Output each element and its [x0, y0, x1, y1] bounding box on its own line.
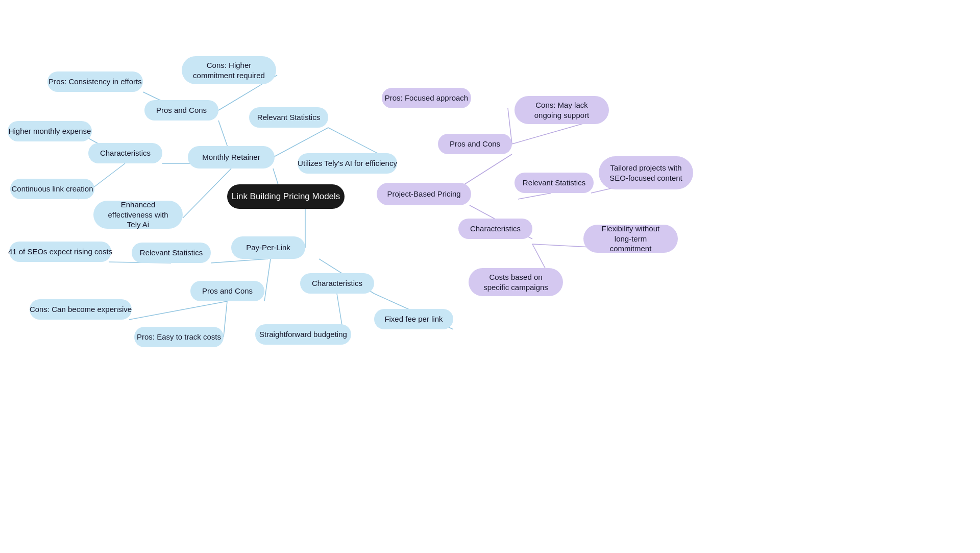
svg-line-11 [264, 259, 271, 301]
ppl-fixed-fee-node[interactable]: Fixed fee per link [374, 309, 453, 329]
pb-pros-cons-node[interactable]: Pros and Cons [438, 134, 512, 154]
mr-continuous-node[interactable]: Continuous link creation [10, 179, 94, 199]
pb-relevant-stats-node[interactable]: Relevant Statistics [514, 173, 594, 193]
ppl-characteristics-node[interactable]: Characteristics [300, 273, 374, 294]
mr-relevant-stats-node[interactable]: Relevant Statistics [249, 107, 328, 128]
svg-line-13 [211, 259, 268, 263]
ppl-pros-cons-node[interactable]: Pros and Cons [190, 281, 264, 301]
project-based-node[interactable]: Project-Based Pricing [377, 183, 471, 205]
svg-line-22 [518, 193, 551, 199]
ppl-41-seos-node[interactable]: 41 of SEOs expect rising costs [9, 242, 111, 262]
pb-tailored-node[interactable]: Tailored projects with SEO-focused conte… [599, 156, 693, 189]
monthly-retainer-node[interactable]: Monthly Retainer [188, 146, 275, 169]
svg-line-16 [224, 301, 227, 337]
mr-pros-consistency-node[interactable]: Pros: Consistency in efforts [47, 71, 143, 92]
mr-characteristics-node[interactable]: Characteristics [88, 143, 162, 163]
mr-higher-monthly-node[interactable]: Higher monthly expense [8, 121, 92, 141]
pb-pros-focused-node[interactable]: Pros: Focused approach [382, 88, 471, 108]
mr-utilizes-node[interactable]: Utilizes Tely's AI for efficiency [298, 153, 397, 174]
pb-flexibility-node[interactable]: Flexibility without long-term commitment [583, 225, 678, 253]
pb-cons-support-node[interactable]: Cons: May lack ongoing support [514, 96, 609, 124]
mr-enhanced-node[interactable]: Enhanced effectiveness with Tely Ai [93, 201, 183, 229]
center-node[interactable]: Link Building Pricing Models [227, 184, 345, 209]
ppl-relevant-stats-node[interactable]: Relevant Statistics [132, 243, 211, 263]
pb-costs-campaigns-node[interactable]: Costs based on specific campaigns [469, 268, 563, 296]
svg-line-9 [183, 169, 231, 218]
mr-cons-higher-node[interactable]: Cons: Higher commitment required [182, 56, 276, 84]
mr-pros-cons-node[interactable]: Pros and Cons [144, 100, 218, 121]
ppl-cons-expensive-node[interactable]: Cons: Can become expensive [30, 299, 132, 320]
pay-per-link-node[interactable]: Pay-Per-Link [231, 236, 305, 259]
ppl-pros-easy-node[interactable]: Pros: Easy to track costs [134, 327, 224, 347]
svg-line-15 [129, 301, 227, 320]
ppl-straightforward-node[interactable]: Straightforward budgeting [255, 324, 351, 345]
pb-characteristics-node[interactable]: Characteristics [458, 219, 532, 239]
